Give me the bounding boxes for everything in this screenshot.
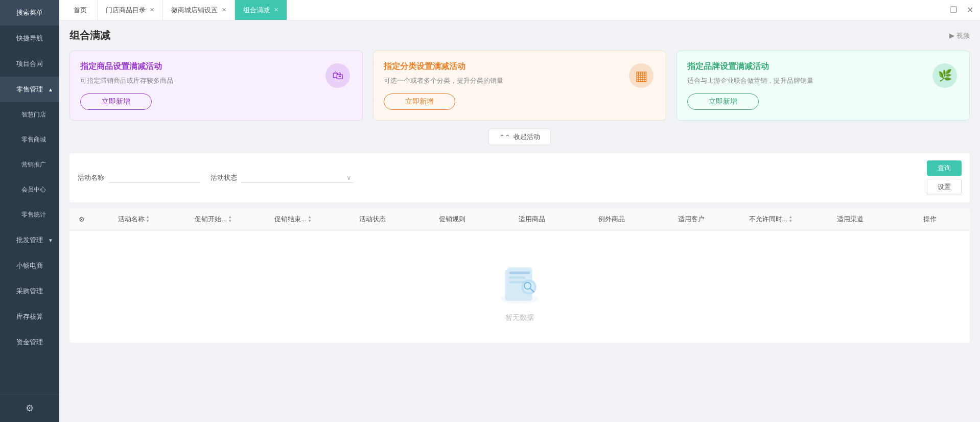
sort-arrows-name: ▲▼: [146, 215, 150, 223]
category-activity-card: ▦ 指定分类设置满减活动 可选一个或者多个分类，提升分类的销量 立即新增: [373, 51, 666, 121]
table-column-customer: 适用客户: [651, 215, 731, 224]
data-table: ⚙ 活动名称 ▲▼ 促销开始... ▲▼ 促销结束...: [69, 208, 970, 343]
sidebar-item-wholesale[interactable]: 批发管理 ▼: [0, 227, 59, 253]
activity-status-select[interactable]: ∨: [241, 173, 354, 183]
table-column-exclude: 例外商品: [572, 215, 651, 224]
table-column-no-overlap: 不允许同时... ▲▼: [731, 215, 811, 224]
play-icon: ▶: [949, 32, 954, 39]
sidebar-item-label: 智慧门店: [21, 111, 46, 118]
activity-name-input[interactable]: [108, 173, 200, 183]
sidebar-item-label: 库存核算: [16, 313, 43, 320]
cards-row: 🛍 指定商品设置满减活动 可指定滞销商品或库存较多商品 立即新增 ▦ 指定分类设…: [69, 51, 970, 121]
table-column-name: 活动名称 ▲▼: [94, 215, 174, 224]
brand-card-icon: 🌿: [932, 63, 957, 88]
sidebar-item-retail-management[interactable]: 零售管理 ▲: [0, 77, 59, 102]
tab-close-wechat-settings[interactable]: ✕: [222, 7, 226, 13]
setting-button[interactable]: 设置: [927, 179, 962, 195]
filter-row: 活动名称 活动状态 ∨ 查询 设置: [69, 153, 970, 202]
sort-arrows-end: ▲▼: [308, 215, 312, 223]
collapse-up-icon: ⌃⌃: [499, 133, 510, 141]
empty-state: 暂无数据: [69, 230, 970, 343]
sidebar-item-label: 项目合同: [16, 60, 43, 67]
sidebar-item-label: 会员中心: [21, 186, 46, 193]
collapse-bar: ⌃⌃ 收起活动: [69, 129, 970, 145]
table-column-gear[interactable]: ⚙: [69, 216, 94, 223]
product-activity-card: 🛍 指定商品设置满减活动 可指定滞销商品或库存较多商品 立即新增: [69, 51, 363, 121]
page-title: 组合满减: [69, 29, 110, 42]
sidebar-item-marketing[interactable]: 营销推广: [0, 152, 59, 177]
sidebar-item-retail-mall[interactable]: 零售商城: [0, 127, 59, 152]
page-header: 组合满减 ▶ 视频: [69, 29, 970, 42]
sidebar-item-finance[interactable]: 资金管理: [0, 330, 59, 355]
chevron-down-icon: ∨: [346, 174, 352, 181]
product-card-icon: 🛍: [325, 63, 350, 88]
activity-name-filter: 活动名称: [78, 173, 200, 183]
table-column-rule: 促销规则: [412, 215, 492, 224]
sidebar-item-label: 快捷导航: [16, 34, 43, 42]
category-card-desc: 可选一个或者多个分类，提升分类的销量: [384, 76, 656, 85]
video-link[interactable]: ▶ 视频: [949, 31, 970, 40]
sidebar-item-member-center[interactable]: 会员中心: [0, 177, 59, 202]
sidebar-item-project-contract[interactable]: 项目合同: [0, 51, 59, 77]
table-column-products: 适用商品: [492, 215, 572, 224]
tab-close-combo-discount[interactable]: ✕: [274, 7, 278, 13]
sidebar-settings-icon[interactable]: ⚙: [0, 394, 59, 422]
tabbar: 首页 门店商品目录 ✕ 微商城店铺设置 ✕ 组合满减 ✕ ❐ ✕: [59, 0, 980, 20]
sidebar-item-label: 批发管理: [16, 236, 43, 244]
tab-combo-discount[interactable]: 组合满减 ✕: [235, 0, 287, 20]
sidebar-item-label: 零售管理: [16, 85, 43, 93]
category-card-icon: ▦: [629, 63, 654, 88]
sidebar-item-label: 资金管理: [16, 338, 43, 346]
table-column-end: 促销结束... ▲▼: [253, 215, 333, 224]
product-card-title: 指定商品设置满减活动: [80, 61, 352, 72]
collapse-activities-button[interactable]: ⌃⌃ 收起活动: [488, 129, 551, 145]
close-window-button[interactable]: ✕: [964, 4, 976, 16]
table-header: ⚙ 活动名称 ▲▼ 促销开始... ▲▼ 促销结束...: [69, 208, 970, 230]
tabbar-right-controls: ❐ ✕: [947, 4, 976, 16]
restore-window-button[interactable]: ❐: [947, 4, 960, 16]
svg-rect-3: [509, 271, 530, 274]
sort-arrows-start: ▲▼: [228, 215, 232, 223]
product-card-add-button[interactable]: 立即新增: [80, 93, 152, 110]
sidebar-item-label: 搜索菜单: [16, 9, 43, 16]
sidebar-item-label: 零售统计: [21, 211, 46, 218]
empty-text: 暂无数据: [505, 313, 534, 322]
sidebar-item-xiaochang[interactable]: 小畅电商: [0, 253, 59, 278]
main-area: 首页 门店商品目录 ✕ 微商城店铺设置 ✕ 组合满减 ✕ ❐ ✕ 组合满减 ▶ …: [59, 0, 980, 422]
sidebar-item-label: 采购管理: [16, 287, 43, 295]
sidebar-item-smart-store[interactable]: 智慧门店: [0, 102, 59, 127]
sidebar-item-label: 营销推广: [21, 161, 46, 168]
gear-icon: ⚙: [79, 216, 85, 223]
tab-close-product-catalog[interactable]: ✕: [150, 7, 154, 13]
tab-wechat-settings[interactable]: 微商城店铺设置 ✕: [163, 0, 235, 20]
category-card-add-button[interactable]: 立即新增: [384, 93, 455, 110]
svg-rect-4: [509, 276, 525, 278]
brand-card-desc: 适合与上游企业联合做营销，提升品牌销量: [687, 76, 959, 85]
sidebar-item-purchase[interactable]: 采购管理: [0, 278, 59, 304]
brand-activity-card: 🌿 指定品牌设置满减活动 适合与上游企业联合做营销，提升品牌销量 立即新增: [676, 51, 970, 121]
tab-home[interactable]: 首页: [63, 0, 98, 20]
table-column-start: 促销开始... ▲▼: [174, 215, 253, 224]
expand-arrow-icon: ▲: [48, 87, 53, 92]
sidebar-item-label: 零售商城: [21, 136, 46, 143]
content-area: 组合满减 ▶ 视频 🛍 指定商品设置满减活动 可指定滞销商品或库存较多商品 立即…: [59, 20, 980, 422]
sidebar: 搜索菜单 快捷导航 项目合同 零售管理 ▲ 智慧门店 零售商城 营销推广 会员中…: [0, 0, 59, 422]
sidebar-item-search-menu[interactable]: 搜索菜单: [0, 0, 59, 26]
brand-card-title: 指定品牌设置满减活动: [687, 61, 959, 72]
tab-product-catalog[interactable]: 门店商品目录 ✕: [98, 0, 163, 20]
brand-card-add-button[interactable]: 立即新增: [687, 93, 759, 110]
empty-state-icon: [494, 261, 545, 307]
table-column-status: 活动状态: [333, 215, 412, 224]
category-card-title: 指定分类设置满减活动: [384, 61, 656, 72]
sidebar-item-label: 小畅电商: [16, 262, 43, 269]
table-column-channel: 适用渠道: [810, 215, 890, 224]
expand-arrow-icon: ▼: [48, 238, 53, 243]
sort-arrows-no-overlap: ▲▼: [788, 215, 792, 223]
product-card-desc: 可指定滞销商品或库存较多商品: [80, 76, 352, 85]
sidebar-item-retail-stats[interactable]: 零售统计: [0, 202, 59, 227]
query-button[interactable]: 查询: [927, 160, 962, 176]
filter-buttons: 查询 设置: [927, 160, 962, 195]
sidebar-item-inventory[interactable]: 库存核算: [0, 304, 59, 330]
activity-status-label: 活动状态: [211, 173, 237, 182]
sidebar-item-quick-nav[interactable]: 快捷导航: [0, 26, 59, 51]
